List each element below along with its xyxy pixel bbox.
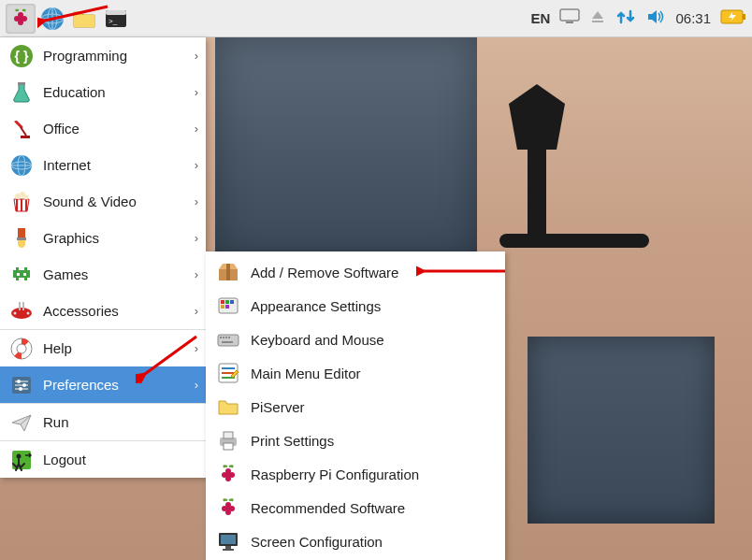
menu-run[interactable]: Run — [0, 404, 206, 440]
svg-point-43 — [17, 344, 26, 353]
svg-line-87 — [45, 7, 108, 21]
invader-icon — [7, 261, 36, 289]
submenu-label: Print Settings — [251, 433, 334, 449]
menu-sound-video[interactable]: Sound & Video › — [0, 183, 206, 220]
svg-rect-57 — [230, 300, 234, 304]
svg-point-38 — [14, 311, 17, 314]
menu-label: Accessories — [43, 303, 195, 319]
svg-point-50 — [19, 387, 22, 391]
lifebuoy-icon — [7, 335, 36, 363]
wallpaper-lamp — [499, 84, 574, 252]
submenu-print-settings[interactable]: Print Settings — [206, 424, 505, 457]
code-icon: { } — [7, 42, 36, 70]
lamp-icon — [7, 115, 36, 143]
menuedit-icon — [215, 360, 241, 386]
menu-office[interactable]: Office › — [0, 110, 206, 147]
svg-rect-36 — [23, 273, 26, 276]
raspberry-icon — [215, 495, 241, 521]
menu-label: Office — [43, 121, 195, 136]
menu-accessories[interactable]: Accessories › — [0, 293, 206, 329]
chevron-right-icon: › — [195, 158, 198, 172]
menu-logout[interactable]: Logout — [0, 441, 206, 478]
menu-graphics[interactable]: Graphics › — [0, 220, 206, 256]
annotation-arrow-start — [37, 2, 112, 30]
svg-rect-63 — [225, 337, 227, 338]
chevron-right-icon: › — [195, 85, 198, 99]
raspberry-icon — [215, 461, 241, 487]
globe-icon — [7, 151, 36, 179]
svg-rect-58 — [221, 305, 224, 309]
svg-rect-41 — [22, 302, 24, 310]
display-icon[interactable] — [559, 8, 580, 29]
menu-label: Internet — [43, 157, 195, 173]
submenu-label: Screen Configuration — [251, 534, 383, 550]
network-icon[interactable] — [615, 7, 636, 31]
chevron-right-icon: › — [195, 231, 198, 245]
menu-label: Logout — [43, 452, 198, 467]
svg-rect-17 — [743, 14, 745, 20]
annotation-arrow-addremove — [416, 262, 510, 280]
submenu-piserver[interactable]: PiServer — [206, 390, 505, 424]
svg-point-39 — [27, 311, 30, 314]
svg-rect-15 — [592, 21, 603, 22]
svg-rect-84 — [221, 535, 236, 544]
raspberry-icon — [9, 7, 32, 30]
menu-label: Games — [43, 266, 195, 282]
menu-label: Sound & Video — [43, 194, 195, 209]
submenu-main-menu-editor[interactable]: Main Menu Editor — [206, 356, 505, 390]
sliders-icon — [7, 371, 36, 399]
svg-line-88 — [145, 337, 196, 374]
svg-rect-62 — [223, 337, 224, 338]
svg-rect-29 — [25, 199, 27, 211]
svg-rect-86 — [223, 549, 234, 551]
menu-education[interactable]: Education › — [0, 74, 206, 110]
submenu-keyboard-mouse[interactable]: Keyboard and Mouse — [206, 323, 505, 356]
svg-point-52 — [17, 453, 22, 458]
submenu-raspi-config[interactable]: Raspberry Pi Configuration — [206, 457, 505, 491]
svg-rect-35 — [17, 273, 20, 276]
svg-rect-65 — [222, 341, 233, 343]
menu-label: Run — [43, 414, 198, 430]
menu-games[interactable]: Games › — [0, 256, 206, 293]
keyboard-icon — [215, 326, 241, 352]
package-icon — [215, 259, 241, 285]
start-menu-button[interactable] — [6, 4, 36, 34]
submenu-label: Recommended Software — [251, 500, 405, 516]
eject-icon[interactable] — [589, 8, 606, 29]
submenu-label: Main Menu Editor — [251, 366, 361, 381]
svg-rect-64 — [228, 337, 230, 338]
main-menu: { } Programming › Education › Office › I… — [0, 37, 206, 478]
submenu-screen-config[interactable]: Screen Configuration — [206, 524, 505, 558]
clock[interactable]: 06:31 — [675, 10, 711, 26]
submenu-label: PiServer — [251, 399, 305, 415]
annotation-arrow-preferences — [136, 332, 201, 383]
keyboard-layout-indicator[interactable]: EN — [531, 10, 551, 26]
submenu-recommended-software[interactable]: Recommended Software — [206, 491, 505, 524]
battery-icon[interactable] — [720, 9, 746, 28]
monitor-icon — [215, 528, 241, 554]
svg-point-32 — [24, 194, 29, 199]
brush-icon — [7, 224, 36, 252]
popcorn-icon — [7, 188, 36, 216]
svg-rect-22 — [21, 136, 30, 138]
svg-rect-60 — [218, 335, 239, 346]
flask-icon — [7, 79, 36, 107]
svg-rect-28 — [21, 199, 22, 211]
menu-programming[interactable]: { } Programming › — [0, 37, 206, 74]
preferences-submenu: Add / Remove Software Appearance Setting… — [206, 251, 505, 560]
chevron-right-icon: › — [195, 194, 198, 208]
svg-rect-59 — [225, 305, 229, 309]
menu-internet[interactable]: Internet › — [0, 147, 206, 183]
exit-icon — [7, 446, 36, 474]
submenu-label: Appearance Settings — [251, 298, 381, 314]
submenu-appearance-settings[interactable]: Appearance Settings — [206, 289, 505, 323]
submenu-label: Raspberry Pi Configuration — [251, 467, 419, 482]
menu-label: Graphics — [43, 230, 195, 246]
knife-icon — [7, 297, 36, 325]
submenu-label: Keyboard and Mouse — [251, 332, 384, 348]
svg-rect-56 — [225, 300, 229, 304]
svg-rect-55 — [221, 300, 224, 304]
chevron-right-icon: › — [195, 267, 198, 281]
volume-icon[interactable] — [645, 7, 666, 31]
palette-icon — [215, 293, 241, 319]
